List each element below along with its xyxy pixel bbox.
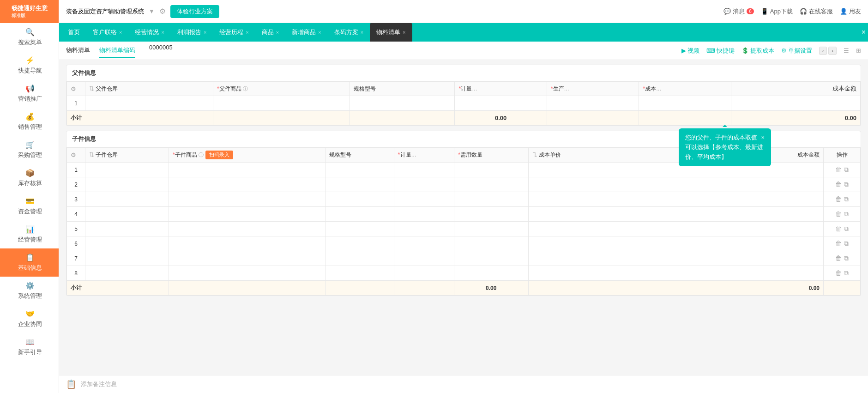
copy-icon[interactable]: ⧉ (844, 181, 849, 188)
child-product-cell[interactable] (169, 222, 326, 236)
child-unit-cell[interactable] (394, 207, 454, 222)
delete-icon[interactable]: 🗑 (835, 269, 842, 277)
sidebar-item-inventory[interactable]: 📦 库存核算 (0, 164, 59, 192)
parent-warehouse-cell[interactable] (85, 96, 213, 111)
copy-icon[interactable]: ⧉ (844, 195, 849, 203)
child-warehouse-cell[interactable] (85, 177, 169, 192)
child-unit-cost-cell[interactable] (528, 266, 612, 281)
settings-gear-icon[interactable]: ⚙ (159, 7, 166, 16)
copy-icon[interactable]: ⧉ (844, 254, 849, 262)
child-qty-cell[interactable] (454, 266, 529, 281)
sidebar-item-system[interactable]: ⚙️ 系统管理 (0, 277, 59, 305)
child-unit-cell[interactable] (394, 222, 454, 236)
sidebar-item-quick-nav[interactable]: ⚡ 快捷导航 (0, 51, 59, 79)
child-spec-cell[interactable] (325, 177, 394, 192)
scan-button[interactable]: 扫码录入 (205, 151, 233, 159)
trial-button[interactable]: 体验行业方案 (170, 5, 219, 18)
message-item[interactable]: 💬 消息 6 (723, 7, 754, 16)
tab-history[interactable]: 经营历程 × (213, 23, 255, 42)
child-warehouse-cell[interactable] (85, 222, 169, 236)
child-product-cell[interactable] (169, 177, 326, 192)
tab-home[interactable]: 首页 (61, 23, 86, 42)
sidebar-item-sales[interactable]: 💰 销售管理 (0, 108, 59, 136)
parent-production-cell[interactable] (547, 96, 639, 111)
cost-action[interactable]: 💲 提取成本 (741, 47, 774, 55)
copy-icon[interactable]: ⧉ (844, 269, 849, 277)
tab-barcode[interactable]: 条码方案 × (328, 23, 370, 42)
view-mode-grid-icon[interactable]: ⊞ (856, 47, 861, 54)
child-qty-cell[interactable] (454, 177, 529, 192)
child-total-cell[interactable] (612, 207, 823, 222)
parent-product-cell[interactable] (213, 96, 350, 111)
child-spec-cell[interactable] (325, 266, 394, 281)
parent-spec-cell[interactable] (350, 96, 455, 111)
child-warehouse-cell[interactable] (85, 192, 169, 207)
tab-products[interactable]: 商品 × (255, 23, 285, 42)
child-spec-cell[interactable] (325, 251, 394, 266)
tab-new-products-close[interactable]: × (318, 30, 321, 35)
child-qty-cell[interactable] (454, 236, 529, 251)
child-unit-cost-cell[interactable] (528, 207, 612, 222)
online-service-item[interactable]: 🎧 在线客服 (800, 7, 833, 16)
copy-icon[interactable]: ⧉ (844, 225, 849, 233)
delete-icon[interactable]: 🗑 (835, 195, 842, 203)
child-product-cell[interactable] (169, 163, 326, 177)
child-warehouse-cell[interactable] (85, 163, 169, 177)
delete-icon[interactable]: 🗑 (835, 225, 842, 233)
sidebar-item-guide[interactable]: 📖 新手引导 (0, 333, 59, 361)
sidebar-item-marketing[interactable]: 📢 营销推广 (0, 79, 59, 108)
sidebar-item-basic-info[interactable]: 📋 基础信息 (0, 248, 59, 277)
child-unit-cell[interactable] (394, 177, 454, 192)
copy-icon[interactable]: ⧉ (844, 240, 849, 248)
tab-products-close[interactable]: × (276, 30, 279, 35)
child-unit-cell[interactable] (394, 163, 454, 177)
delete-icon[interactable]: 🗑 (835, 166, 842, 174)
child-unit-cost-cell[interactable] (528, 177, 612, 192)
sidebar-item-purchase[interactable]: 🛒 采购管理 (0, 136, 59, 164)
child-warehouse-cell[interactable] (85, 236, 169, 251)
child-unit-cell[interactable] (394, 266, 454, 281)
child-warehouse-cell[interactable] (85, 266, 169, 281)
shortcut-action[interactable]: ⌨ 快捷键 (706, 47, 735, 55)
parent-cost-cell[interactable] (639, 96, 731, 111)
user-item[interactable]: 👤 用友 (840, 7, 861, 16)
tab-profit[interactable]: 利润报告 × (171, 23, 213, 42)
child-unit-cell[interactable] (394, 251, 454, 266)
single-settings-action[interactable]: ⚙ 单据设置 (781, 47, 812, 55)
child-unit-cost-cell[interactable] (528, 192, 612, 207)
child-qty-cell[interactable] (454, 163, 529, 177)
child-spec-cell[interactable] (325, 192, 394, 207)
app-download-item[interactable]: 📱 App下载 (761, 7, 793, 16)
tooltip-close-button[interactable]: × (761, 133, 765, 143)
tab-history-close[interactable]: × (246, 30, 248, 35)
child-spec-cell[interactable] (325, 163, 394, 177)
child-spec-cell[interactable] (325, 222, 394, 236)
tab-bom-close[interactable]: × (403, 30, 405, 35)
tab-new-products[interactable]: 新增商品 × (285, 23, 327, 42)
view-mode-list-icon[interactable]: ☰ (844, 47, 849, 54)
sub-tab-bom-code[interactable]: 物料清单编码 (99, 44, 135, 58)
child-product-cell[interactable] (169, 207, 326, 222)
sidebar-item-enterprise[interactable]: 🤝 企业协同 (0, 305, 59, 333)
child-product-cell[interactable] (169, 251, 326, 266)
copy-icon[interactable]: ⧉ (844, 166, 849, 174)
child-product-cell[interactable] (169, 236, 326, 251)
child-unit-cost-cell[interactable] (528, 222, 612, 236)
child-qty-cell[interactable] (454, 207, 529, 222)
child-unit-cost-cell[interactable] (528, 251, 612, 266)
parent-total-cell[interactable] (731, 96, 860, 111)
child-warehouse-cell[interactable] (85, 251, 169, 266)
child-total-cell[interactable] (612, 266, 823, 281)
child-total-cell[interactable] (612, 251, 823, 266)
child-unit-cost-cell[interactable] (528, 236, 612, 251)
sort-icon-3[interactable]: ⇅ (532, 151, 537, 158)
tab-profit-close[interactable]: × (204, 30, 206, 35)
child-unit-cost-cell[interactable] (528, 163, 612, 177)
sidebar-item-finance[interactable]: 💳 资金管理 (0, 192, 59, 220)
parent-gear-icon[interactable]: ⚙ (71, 85, 76, 92)
tab-barcode-close[interactable]: × (361, 30, 363, 35)
child-unit-cell[interactable] (394, 192, 454, 207)
sidebar-item-operation[interactable]: 📊 经营管理 (0, 220, 59, 248)
child-total-cell[interactable] (612, 236, 823, 251)
tab-customer-close[interactable]: × (119, 30, 122, 35)
